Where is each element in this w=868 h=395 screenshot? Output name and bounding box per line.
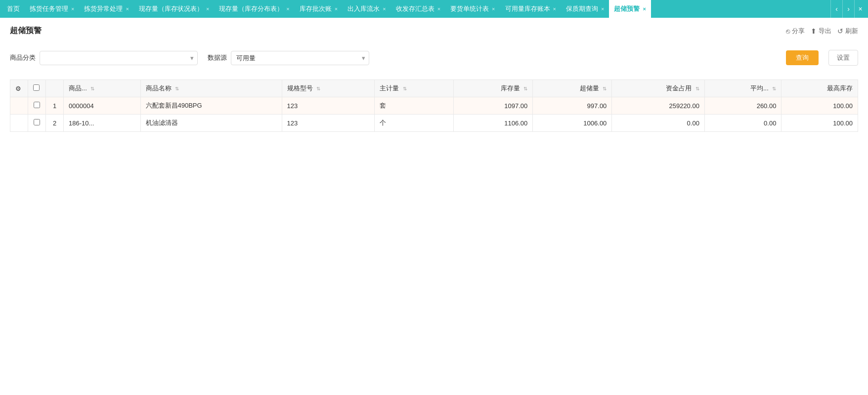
row-number: 2 [46, 115, 64, 132]
row-spec: 123 [282, 115, 375, 132]
sort-icon: ⇅ [403, 86, 407, 91]
share-button[interactable]: ⎋ 分享 [786, 27, 805, 36]
row-product-name: 机油滤清器 [140, 115, 282, 132]
row-checkbox[interactable] [34, 119, 40, 125]
row-checkbox[interactable] [34, 102, 40, 108]
column-gear[interactable]: ⚙ [10, 80, 28, 97]
product-category-filter: 商品分类 ▾ [10, 51, 198, 65]
close-tab-icon[interactable]: × [643, 6, 646, 12]
table-header-row: ⚙ 商品... ⇅ 商品名称 ⇅ 规格型号 ⇅ 主计量 [10, 80, 858, 97]
sort-icon: ⇅ [603, 86, 607, 91]
close-tab-icon[interactable]: × [492, 6, 495, 12]
refresh-icon: ↺ [837, 27, 843, 35]
nav-item-expiry[interactable]: 保质期查询 × [561, 0, 609, 18]
column-product-name[interactable]: 商品名称 ⇅ [140, 80, 282, 97]
row-checkbox-cell[interactable] [28, 97, 46, 115]
export-button[interactable]: ⬆ 导出 [811, 27, 831, 36]
row-main-unit: 个 [375, 115, 454, 132]
nav-next-button[interactable]: › [842, 0, 854, 18]
column-inventory[interactable]: 库存量 ⇅ [454, 80, 533, 97]
nav-close-button[interactable]: × [854, 0, 866, 18]
sort-icon: ⇅ [695, 86, 699, 91]
close-tab-icon[interactable]: × [286, 6, 289, 12]
data-table: ⚙ 商品... ⇅ 商品名称 ⇅ 规格型号 ⇅ 主计量 [10, 79, 858, 132]
close-tab-icon[interactable]: × [335, 6, 338, 12]
sort-icon: ⇅ [175, 86, 179, 91]
row-product-name: 六配套新昌490BPG [140, 97, 282, 115]
row-capital-occupied: 259220.00 [612, 97, 705, 115]
product-category-label: 商品分类 [10, 53, 36, 62]
data-source-select[interactable]: 可用量 库存量 [231, 51, 369, 65]
column-capital-occupied[interactable]: 资金占用 ⇅ [612, 80, 705, 97]
refresh-button[interactable]: ↺ 刷新 [837, 27, 858, 36]
row-max-inventory: 100.00 [781, 115, 858, 132]
export-icon: ⬆ [811, 27, 817, 35]
close-tab-icon[interactable]: × [601, 6, 604, 12]
row-product-code: 186-10... [64, 115, 141, 132]
row-inventory: 1106.00 [454, 115, 533, 132]
nav-item-batch-account[interactable]: 库存批次账 × [295, 0, 343, 18]
row-main-unit: 套 [375, 97, 454, 115]
header-actions: ⎋ 分享 ⬆ 导出 ↺ 刷新 [786, 27, 858, 36]
page-title: 超储预警 [10, 26, 42, 36]
row-over-storage: 997.00 [533, 97, 612, 115]
nav-item-inventory-status[interactable]: 现存量（库存状况表） × [134, 0, 214, 18]
close-tab-icon[interactable]: × [437, 6, 440, 12]
column-checkbox [28, 80, 46, 97]
select-all-checkbox[interactable] [33, 84, 40, 91]
column-avg[interactable]: 平均... ⇅ [704, 80, 781, 97]
row-gear-cell [10, 97, 28, 115]
row-capital-occupied: 0.00 [612, 115, 705, 132]
nav-item-task-mgmt[interactable]: 拣货任务管理 × [25, 0, 79, 18]
filter-area: 商品分类 ▾ 数据源 可用量 库存量 ▾ 查询 设置 [10, 44, 858, 72]
column-row-num [46, 80, 64, 97]
row-checkbox-cell[interactable] [28, 115, 46, 132]
nav-item-in-out-flow[interactable]: 出入库流水 × [343, 0, 391, 18]
product-category-select[interactable] [40, 51, 198, 65]
row-over-storage: 1006.00 [533, 115, 612, 132]
product-category-select-wrapper: ▾ [40, 51, 198, 65]
column-max-inventory[interactable]: 最高库存 [781, 80, 858, 97]
row-number: 1 [46, 97, 64, 115]
row-product-code: 0000004 [64, 97, 141, 115]
nav-item-over-storage[interactable]: 超储预警 × [609, 0, 651, 18]
row-avg: 0.00 [704, 115, 781, 132]
nav-item-order-stats[interactable]: 要货单统计表 × [445, 0, 500, 18]
row-avg: 260.00 [704, 97, 781, 115]
row-inventory: 1097.00 [454, 97, 533, 115]
table-row[interactable]: 2 186-10... 机油滤清器 123 个 1106.00 1006.00 … [10, 115, 858, 132]
page-container: 超储预警 ⎋ 分享 ⬆ 导出 ↺ 刷新 商品分类 ▾ [0, 18, 868, 395]
sort-icon: ⇅ [316, 86, 320, 91]
column-over-storage[interactable]: 超储量 ⇅ [533, 80, 612, 97]
data-source-filter: 数据源 可用量 库存量 ▾ [208, 51, 369, 65]
column-main-unit[interactable]: 主计量 ⇅ [375, 80, 454, 97]
close-tab-icon[interactable]: × [206, 6, 209, 12]
row-max-inventory: 100.00 [781, 97, 858, 115]
nav-item-abnormal[interactable]: 拣货异常处理 × [79, 0, 133, 18]
nav-item-avail-ledger[interactable]: 可用量库存账本 × [500, 0, 561, 18]
sort-icon: ⇅ [772, 86, 776, 91]
page-header: 超储预警 ⎋ 分享 ⬆ 导出 ↺ 刷新 [10, 26, 858, 36]
table-row[interactable]: 1 0000004 六配套新昌490BPG 123 套 1097.00 997.… [10, 97, 858, 115]
row-gear-cell [10, 115, 28, 132]
close-tab-icon[interactable]: × [553, 6, 556, 12]
nav-item-inventory-dist[interactable]: 现存量（库存分布表） × [214, 0, 294, 18]
data-source-label: 数据源 [208, 53, 227, 62]
column-product-code[interactable]: 商品... ⇅ [64, 80, 141, 97]
share-icon: ⎋ [786, 27, 790, 35]
nav-item-home[interactable]: 首页 [2, 0, 25, 18]
close-tab-icon[interactable]: × [126, 6, 129, 12]
nav-prev-button[interactable]: ‹ [830, 0, 842, 18]
settings-button[interactable]: 设置 [828, 50, 858, 66]
nav-item-receive-send[interactable]: 收发存汇总表 × [391, 0, 445, 18]
row-spec: 123 [282, 97, 375, 115]
sort-icon: ⇅ [90, 86, 94, 91]
query-button[interactable]: 查询 [786, 50, 819, 65]
close-tab-icon[interactable]: × [383, 6, 386, 12]
filter-actions: 查询 [786, 50, 819, 65]
data-source-select-wrapper: 可用量 库存量 ▾ [231, 51, 369, 65]
column-spec[interactable]: 规格型号 ⇅ [282, 80, 375, 97]
close-tab-icon[interactable]: × [71, 6, 74, 12]
sort-icon: ⇅ [523, 86, 527, 91]
top-navigation: 首页 拣货任务管理 × 拣货异常处理 × 现存量（库存状况表） × 现存量（库存… [0, 0, 868, 18]
